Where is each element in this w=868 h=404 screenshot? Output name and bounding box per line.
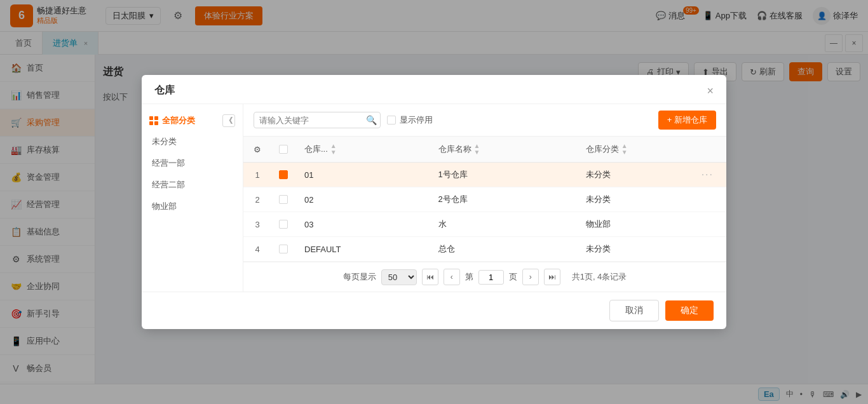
table-area: 🔍 显示停用 + 新增仓库 ⚙ — [243, 104, 726, 292]
category-item-ops2[interactable]: 经营二部 — [142, 174, 243, 196]
category-item-ops1[interactable]: 经营一部 — [142, 152, 243, 174]
grid-icon — [149, 116, 158, 125]
row-code: 01 — [297, 163, 431, 187]
row-category: 物业部 — [578, 212, 726, 237]
table-row[interactable]: 3 03 水 物业部 — [243, 212, 726, 237]
row-code: DEFAULT — [297, 237, 431, 262]
per-page-label: 每页显示 — [343, 271, 376, 283]
page-word: 第 — [465, 271, 473, 283]
row-num: 1 — [243, 163, 271, 187]
data-table: ⚙ 仓库... ▲▼ — [243, 137, 726, 262]
row-checkbox[interactable] — [271, 212, 297, 237]
row-checkbox[interactable] — [271, 237, 297, 262]
category-all-header[interactable]: 全部分类 《 — [142, 111, 243, 131]
row-category: 未分类 — [578, 187, 726, 212]
row-checkbox[interactable] — [271, 187, 297, 212]
table-row[interactable]: 1 01 1号仓库 未分类 ··· — [243, 163, 726, 187]
row-num: 3 — [243, 212, 271, 237]
sort-icon-code: ▲▼ — [330, 143, 337, 156]
row-code: 02 — [297, 187, 431, 212]
category-sidebar: 全部分类 《 未分类 经营一部 经营二部 物业部 — [142, 104, 243, 292]
row-name: 2号仓库 — [431, 187, 578, 212]
modal-body: 全部分类 《 未分类 经营一部 经营二部 物业部 🔍 — [142, 104, 726, 292]
warehouse-modal: 仓库 × 全部分类 《 — [142, 75, 726, 329]
th-checkbox — [271, 137, 297, 163]
row-code: 03 — [297, 212, 431, 237]
category-collapse-button[interactable]: 《 — [222, 114, 235, 127]
show-disabled-checkbox[interactable] — [387, 116, 396, 125]
modal-close-button[interactable]: × — [707, 85, 714, 97]
select-all-checkbox[interactable] — [279, 145, 288, 154]
modal-title: 仓库 — [154, 84, 175, 97]
show-disabled-label[interactable]: 显示停用 — [387, 114, 433, 126]
category-item-property[interactable]: 物业部 — [142, 196, 243, 217]
cancel-button[interactable]: 取消 — [609, 300, 659, 321]
next-page-button[interactable]: › — [522, 269, 539, 285]
total-info: 共1页, 4条记录 — [572, 271, 627, 283]
sort-icon-name: ▲▼ — [474, 143, 480, 156]
table-body: 1 01 1号仓库 未分类 ··· 2 02 2号仓库 未分类 3 — [243, 163, 726, 262]
table-toolbar: 🔍 显示停用 + 新增仓库 — [243, 104, 726, 137]
th-code: 仓库... ▲▼ — [297, 137, 431, 163]
category-all-label: 全部分类 — [162, 115, 195, 126]
search-input[interactable] — [259, 116, 366, 125]
search-box: 🔍 — [254, 112, 381, 128]
row-num: 4 — [243, 237, 271, 262]
th-category: 仓库分类 ▲▼ — [578, 137, 726, 163]
table-header-row: ⚙ 仓库... ▲▼ — [243, 137, 726, 163]
last-page-button[interactable]: ⏭ — [544, 269, 560, 285]
row-name: 1号仓库 — [431, 163, 578, 187]
th-settings: ⚙ — [243, 137, 271, 163]
row-name: 水 — [431, 212, 578, 237]
row-num: 2 — [243, 187, 271, 212]
row-category: 未分类 — [578, 237, 726, 262]
row-category: 未分类 ··· — [578, 163, 726, 187]
settings-icon: ⚙ — [254, 145, 261, 154]
sort-icon-category: ▲▼ — [621, 143, 628, 156]
page-word2: 页 — [509, 271, 517, 283]
th-name: 仓库名称 ▲▼ — [431, 137, 578, 163]
modal-header: 仓库 × — [142, 75, 726, 104]
row-name: 总仓 — [431, 237, 578, 262]
prev-page-button[interactable]: ‹ — [444, 269, 460, 285]
table-row[interactable]: 4 DEFAULT 总仓 未分类 — [243, 237, 726, 262]
warehouse-table: ⚙ 仓库... ▲▼ — [243, 137, 726, 262]
row-checkbox[interactable] — [271, 163, 297, 187]
add-warehouse-button[interactable]: + 新增仓库 — [658, 111, 716, 130]
category-item-unclassified[interactable]: 未分类 — [142, 131, 243, 152]
pagination: 每页显示 50 100 ⏮ ‹ 第 页 › ⏭ 共1页, 4条记录 — [243, 262, 726, 292]
modal-overlay: 仓库 × 全部分类 《 — [0, 0, 868, 404]
search-icon[interactable]: 🔍 — [366, 115, 377, 125]
page-number-input[interactable] — [478, 270, 504, 285]
modal-footer: 取消 确定 — [142, 292, 726, 329]
per-page-select[interactable]: 50 100 — [381, 269, 417, 285]
table-row[interactable]: 2 02 2号仓库 未分类 — [243, 187, 726, 212]
confirm-button[interactable]: 确定 — [665, 300, 714, 321]
first-page-button[interactable]: ⏮ — [422, 269, 438, 285]
